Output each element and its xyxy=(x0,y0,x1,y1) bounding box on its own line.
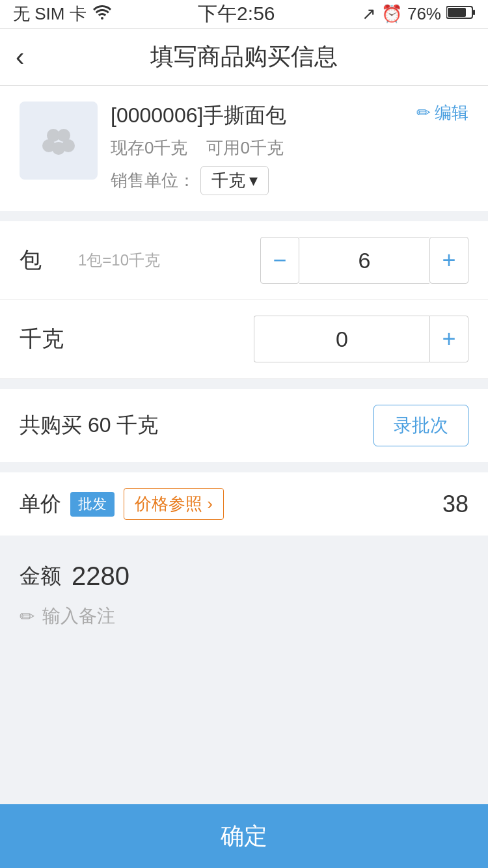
product-name: [0000006]手撕面包 xyxy=(111,102,286,130)
bag-hint: 1包=10千克 xyxy=(78,250,260,271)
summary-section: 共购买 60 千克 录批次 xyxy=(0,389,488,462)
svg-point-7 xyxy=(62,139,75,152)
nav-bar: ‹ 填写商品购买信息 xyxy=(0,29,488,86)
product-info: [0000006]手撕面包 ✏ 编辑 现存0千克 可用0千克 销售单位： 千克 … xyxy=(111,102,468,195)
svg-rect-1 xyxy=(473,10,475,15)
bag-label: 包 xyxy=(20,245,72,275)
unit-label: 销售单位： xyxy=(111,169,195,192)
note-icon: ✏ xyxy=(20,606,34,627)
kg-input-row: 千克 + xyxy=(0,300,488,379)
kg-increase-button[interactable]: + xyxy=(429,316,468,362)
amount-label: 金额 xyxy=(20,562,61,591)
bag-decrease-button[interactable]: − xyxy=(260,237,299,284)
unit-value: 千克 xyxy=(211,169,245,192)
stock-value: 现存0千克 xyxy=(111,138,187,157)
price-tag: 批发 xyxy=(70,492,115,517)
available-value: 可用0千克 xyxy=(206,138,283,157)
status-right: ↗ ⏰ 76% xyxy=(362,4,475,24)
edit-button[interactable]: ✏ 编辑 xyxy=(416,102,468,124)
status-time: 下午2:56 xyxy=(198,1,275,27)
alarm-icon: ⏰ xyxy=(381,4,402,24)
price-row: 单价 批发 价格参照 › 38 xyxy=(20,488,468,520)
amount-row: 金额 2280 xyxy=(20,562,468,591)
price-value: 38 xyxy=(442,491,468,518)
svg-rect-2 xyxy=(448,8,466,17)
price-left: 单价 批发 价格参照 › xyxy=(20,488,224,520)
edit-icon: ✏ xyxy=(416,103,431,123)
location-icon: ↗ xyxy=(362,4,376,24)
product-stock: 现存0千克 可用0千克 xyxy=(111,137,468,159)
confirm-button[interactable]: 确定 xyxy=(0,804,488,868)
kg-quantity-input[interactable] xyxy=(254,316,429,362)
bag-quantity-input[interactable] xyxy=(299,237,429,284)
battery-icon xyxy=(446,4,475,24)
batch-button[interactable]: 录批次 xyxy=(373,405,468,446)
back-button[interactable]: ‹ xyxy=(16,42,24,72)
product-card: [0000006]手撕面包 ✏ 编辑 现存0千克 可用0千克 销售单位： 千克 … xyxy=(0,86,488,211)
input-section: 包 1包=10千克 − + 千克 + xyxy=(0,221,488,379)
note-row[interactable]: ✏ 输入备注 xyxy=(20,604,468,642)
price-label: 单价 xyxy=(20,490,61,519)
dropdown-icon: ▾ xyxy=(249,170,258,191)
amount-value: 2280 xyxy=(72,562,129,591)
price-ref-button[interactable]: 价格参照 › xyxy=(124,488,224,520)
carrier-label: 无 SIM 卡 xyxy=(13,3,87,25)
bag-increase-button[interactable]: + xyxy=(429,237,468,284)
product-image xyxy=(20,102,98,180)
price-section: 单价 批发 价格参照 › 38 xyxy=(0,472,488,536)
amount-section: 金额 2280 ✏ 输入备注 xyxy=(0,546,488,642)
page-title: 填写商品购买信息 xyxy=(150,41,338,73)
status-left: 无 SIM 卡 xyxy=(13,3,111,25)
bag-input-row: 包 1包=10千克 − + xyxy=(0,221,488,300)
note-placeholder: 输入备注 xyxy=(42,604,115,629)
bag-quantity-control: − + xyxy=(260,237,468,284)
product-unit: 销售单位： 千克 ▾ xyxy=(111,166,468,195)
wifi-icon xyxy=(93,4,111,24)
kg-quantity-control: + xyxy=(254,316,468,362)
unit-select[interactable]: 千克 ▾ xyxy=(200,166,269,195)
summary-text: 共购买 60 千克 xyxy=(20,411,158,440)
battery-label: 76% xyxy=(407,4,441,24)
kg-label: 千克 xyxy=(20,324,72,354)
status-bar: 无 SIM 卡 下午2:56 ↗ ⏰ 76% xyxy=(0,0,488,29)
edit-label: 编辑 xyxy=(435,102,468,124)
